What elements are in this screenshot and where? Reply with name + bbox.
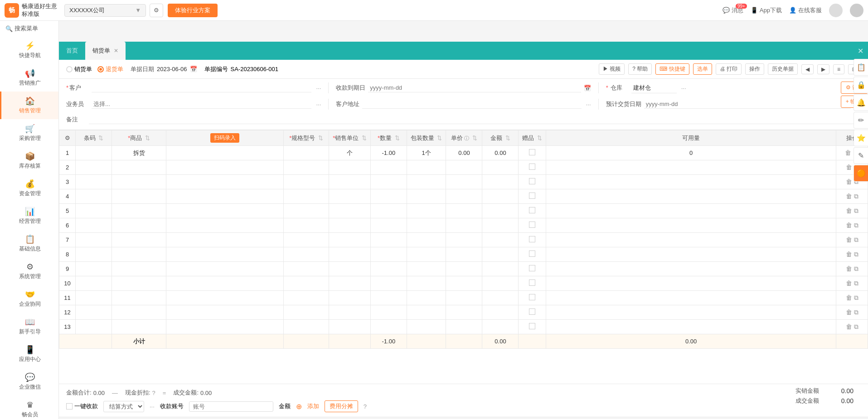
- avatar-2[interactable]: [850, 4, 863, 17]
- expense-question-icon[interactable]: ?: [364, 403, 367, 410]
- right-panel-btn-5[interactable]: ⭐: [853, 130, 868, 146]
- delete-btn[interactable]: 🗑: [845, 293, 853, 302]
- right-panel-btn-1[interactable]: 📋: [853, 59, 868, 76]
- add-label[interactable]: 添加: [307, 402, 319, 410]
- row-unit[interactable]: 个: [329, 146, 371, 160]
- help-btn[interactable]: ? 帮助: [628, 63, 652, 75]
- salesman-dots[interactable]: ···: [316, 101, 321, 108]
- shortcut-btn[interactable]: ⌨ 快捷键: [655, 63, 689, 75]
- delete-btn[interactable]: 🗑: [845, 192, 853, 201]
- sidebar-item-app-center[interactable]: 📱 应用中心: [0, 340, 58, 368]
- delete-btn[interactable]: 🗑: [845, 235, 853, 244]
- sidebar-item-operations[interactable]: 📊 经营管理: [0, 202, 58, 230]
- tab-sales[interactable]: 销货单 ✕: [85, 42, 126, 60]
- video-btn[interactable]: ▶ 视频: [599, 63, 625, 75]
- app-download-item[interactable]: 📱 App下载: [751, 6, 782, 14]
- row-barcode[interactable]: [76, 146, 112, 160]
- row-gift[interactable]: [519, 146, 546, 160]
- sidebar-item-finance[interactable]: 💰 资金管理: [0, 174, 58, 202]
- due-date-calendar-icon[interactable]: 📅: [584, 85, 591, 92]
- delete-btn[interactable]: 🗑: [845, 322, 853, 331]
- right-panel-btn-6[interactable]: ✎: [853, 147, 868, 164]
- one-click-payment-checkbox[interactable]: 一键收款: [66, 402, 98, 410]
- row-amount[interactable]: 0.00: [482, 146, 519, 160]
- trial-button[interactable]: 体验行业方案: [168, 4, 218, 17]
- sidebar-item-system[interactable]: ⚙ 系统管理: [0, 257, 58, 285]
- sidebar-item-beginner[interactable]: 📖 新手引导: [0, 313, 58, 340]
- expected-date-input[interactable]: [644, 100, 851, 109]
- sidebar-item-enterprise[interactable]: 🤝 企业协同: [0, 285, 58, 313]
- delete-btn[interactable]: 🗑: [845, 250, 853, 259]
- company-selector[interactable]: XXXXXX公司 ▼: [64, 4, 146, 17]
- calc-method-select[interactable]: 结算方式: [103, 401, 144, 412]
- copy-btn[interactable]: ⧉: [853, 221, 859, 230]
- question-icon[interactable]: ?: [152, 390, 155, 396]
- add-icon[interactable]: ⊕: [296, 402, 302, 411]
- sidebar-search[interactable]: 🔍 搜索菜单: [0, 21, 58, 36]
- sidebar-item-purchase[interactable]: 🛒 采购管理: [0, 119, 58, 147]
- online-service-item[interactable]: 👤 在线客服: [789, 6, 822, 14]
- right-panel-btn-4[interactable]: ✏: [853, 112, 868, 129]
- row-product[interactable]: 拆货: [112, 146, 166, 160]
- customer-input[interactable]: [92, 83, 311, 92]
- expense-btn[interactable]: 费用分摊: [325, 400, 358, 412]
- row-quantity[interactable]: -1.00: [370, 146, 407, 160]
- message-icon-item[interactable]: 💬 消息 99+: [723, 6, 743, 14]
- sidebar-item-base-info[interactable]: 📋 基础信息: [0, 230, 58, 257]
- operation-btn[interactable]: 操作: [745, 63, 764, 75]
- row-spec[interactable]: [284, 146, 329, 160]
- delete-btn[interactable]: 🗑: [844, 148, 852, 157]
- copy-btn[interactable]: ⧉: [853, 308, 859, 317]
- copy-btn[interactable]: ⧉: [853, 250, 859, 259]
- select-btn[interactable]: 选单: [693, 63, 712, 75]
- list-view-btn[interactable]: ≡: [833, 64, 844, 74]
- calendar-icon[interactable]: 📅: [190, 66, 197, 72]
- scan-btn[interactable]: 扫码录入: [210, 133, 239, 143]
- delete-btn[interactable]: 🗑: [845, 177, 853, 186]
- copy-btn[interactable]: ⧉: [853, 264, 859, 274]
- copy-btn[interactable]: ⧉: [853, 279, 859, 288]
- delete-btn[interactable]: 🗑: [845, 264, 853, 273]
- right-panel-btn-7[interactable]: 🟠: [853, 165, 868, 182]
- tab-close-icon[interactable]: ✕: [114, 48, 118, 54]
- history-btn[interactable]: 历史单据: [768, 63, 798, 75]
- delete-btn[interactable]: 🗑: [845, 163, 853, 172]
- tab-home[interactable]: 首页: [59, 42, 85, 60]
- sidebar-item-marketing[interactable]: 📢 营销推广: [0, 64, 58, 92]
- right-panel-btn-2[interactable]: 🔒: [853, 77, 868, 93]
- gift-checkbox[interactable]: [529, 149, 535, 155]
- delete-btn[interactable]: 🗑: [845, 308, 853, 317]
- print-btn[interactable]: 🖨 打印: [716, 63, 742, 75]
- copy-btn[interactable]: ⧉: [853, 206, 859, 216]
- sidebar-item-quick-nav[interactable]: ⚡ 快捷导航: [0, 36, 58, 64]
- row-unit-price[interactable]: 0.00: [446, 146, 482, 160]
- radio-return-order[interactable]: 退货单: [97, 65, 123, 73]
- radio-sales-order[interactable]: 销货单: [66, 65, 92, 73]
- sidebar-item-wechat[interactable]: 💬 企业微信: [0, 368, 58, 395]
- settings-button[interactable]: ⚙: [150, 4, 163, 17]
- right-panel-btn-3[interactable]: 🔔: [853, 94, 868, 111]
- avatar[interactable]: [829, 4, 843, 17]
- nav-next-btn[interactable]: ▶: [817, 64, 829, 74]
- sidebar-item-sales[interactable]: 🏠 销售管理: [0, 92, 58, 119]
- close-all-tabs-icon[interactable]: ✕: [858, 47, 863, 55]
- col-scan[interactable]: 扫码录入: [166, 130, 284, 146]
- copy-btn[interactable]: ⧉: [853, 192, 859, 201]
- customer-addr-input[interactable]: [362, 100, 581, 109]
- customer-dots[interactable]: ···: [316, 85, 321, 92]
- copy-btn[interactable]: ⧉: [853, 322, 859, 332]
- due-date-input[interactable]: [368, 83, 581, 92]
- remark-input[interactable]: [89, 115, 861, 124]
- sidebar-item-inventory[interactable]: 📦 库存核算: [0, 147, 58, 174]
- col-settings[interactable]: ⚙: [59, 130, 76, 146]
- delete-btn[interactable]: 🗑: [845, 206, 853, 215]
- nav-prev-btn[interactable]: ◀: [801, 64, 814, 74]
- account-input[interactable]: [189, 401, 273, 412]
- sidebar-item-member[interactable]: ♛ 畅会员: [0, 395, 58, 419]
- delete-btn[interactable]: 🗑: [845, 279, 853, 288]
- warehouse-dots[interactable]: ···: [681, 85, 686, 92]
- addr-dots[interactable]: ···: [586, 101, 591, 108]
- delete-btn[interactable]: 🗑: [845, 221, 853, 230]
- calc-method-dots[interactable]: ···: [150, 403, 155, 410]
- row-pkg-qty[interactable]: 1个: [407, 146, 446, 160]
